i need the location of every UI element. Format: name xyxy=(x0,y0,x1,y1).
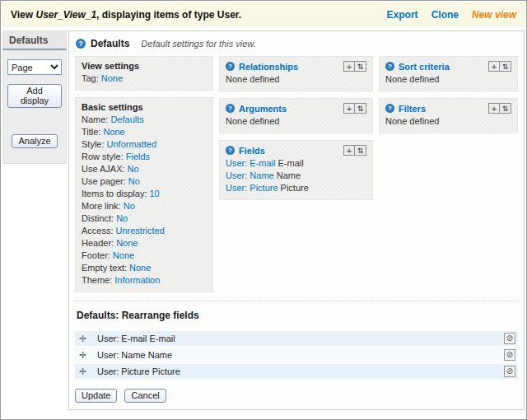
help-icon[interactable]: ? xyxy=(385,62,394,71)
setting-label: Tag: xyxy=(82,73,99,83)
help-icon[interactable]: ? xyxy=(226,104,235,113)
new-view-link[interactable]: New view xyxy=(472,9,516,21)
setting-value-link[interactable]: No xyxy=(124,201,135,211)
rearrange-icon[interactable]: ⇅ xyxy=(355,103,366,114)
setting-value-link[interactable]: None xyxy=(103,127,124,137)
setting-value-link[interactable]: Unformatted xyxy=(107,139,157,149)
field-row: User: NameName xyxy=(226,170,366,182)
setting-label: Theme: xyxy=(82,275,112,285)
add-icon[interactable]: + xyxy=(343,145,355,156)
update-button[interactable]: Update xyxy=(75,389,117,403)
rearrange-icon[interactable]: ⇅ xyxy=(500,103,511,114)
display-type-select[interactable]: Page xyxy=(7,59,62,75)
setting-value-link[interactable]: No xyxy=(116,213,128,223)
content-area: Defaults Page Add display Analyze ? Defa… xyxy=(2,30,525,410)
rearrange-icon[interactable]: ⇅ xyxy=(355,145,366,156)
setting-value-link[interactable]: None xyxy=(113,250,134,260)
setting-label: More link: xyxy=(82,201,121,211)
setting-row: Row style:Fields xyxy=(82,151,207,163)
add-icon[interactable]: + xyxy=(343,61,355,72)
sort-criteria-buttons: + ⇅ xyxy=(488,61,511,72)
settings-grid: View settings Tag:None Basic settings Na… xyxy=(75,56,518,292)
filters-title-link[interactable]: Filters xyxy=(399,104,426,114)
relationships-header: ? Relationships + ⇅ xyxy=(226,61,366,72)
setting-label: Row style: xyxy=(82,152,124,161)
rearrange-row[interactable]: ✛ User: E-mail E-mail ⊘ xyxy=(75,331,518,346)
sort-criteria-header: ? Sort criteria + ⇅ xyxy=(385,61,511,72)
help-icon[interactable]: ? xyxy=(76,39,86,49)
field-link[interactable]: User: E-mail xyxy=(226,158,276,168)
setting-value-link[interactable]: Fields xyxy=(126,152,150,161)
remove-field-icon[interactable]: ⊘ xyxy=(504,333,515,344)
panel-title-row: ? Defaults Default settings for this vie… xyxy=(75,36,518,56)
rearrange-icon[interactable]: ⇅ xyxy=(355,61,366,72)
filters-header: ? Filters + ⇅ xyxy=(385,103,511,114)
setting-value-link[interactable]: None xyxy=(129,263,151,273)
field-suffix: Name xyxy=(277,170,301,180)
setting-value-link[interactable]: Information xyxy=(114,275,160,285)
setting-value-link[interactable]: Defaults xyxy=(110,114,143,124)
relationships-title-link[interactable]: Relationships xyxy=(239,62,298,72)
setting-row: Tag:None xyxy=(82,72,207,85)
rearrange-row-label: User: E-mail E-mail xyxy=(97,334,175,343)
drag-handle-icon[interactable]: ✛ xyxy=(79,334,97,344)
add-icon[interactable]: + xyxy=(488,103,500,114)
arguments-header: ? Arguments + ⇅ xyxy=(226,103,366,114)
empty-text: None defined xyxy=(385,73,511,86)
fields-header: ? Fields + ⇅ xyxy=(226,145,366,156)
cancel-button[interactable]: Cancel xyxy=(124,389,166,403)
add-icon[interactable]: + xyxy=(488,61,500,72)
clone-link[interactable]: Clone xyxy=(431,9,459,21)
help-icon[interactable]: ? xyxy=(226,62,235,71)
setting-value-link[interactable]: No xyxy=(128,164,139,174)
setting-value-link[interactable]: None xyxy=(116,238,138,248)
display-controls: Page Add display Analyze xyxy=(2,50,67,164)
tab-defaults[interactable]: Defaults xyxy=(2,30,67,50)
relationships-box: ? Relationships + ⇅ None defined xyxy=(219,56,373,91)
drag-handle-icon[interactable]: ✛ xyxy=(79,366,97,377)
empty-text: None defined xyxy=(226,73,366,86)
view-header: View User_View_1, displaying items of ty… xyxy=(2,2,525,26)
setting-row: Title:None xyxy=(82,126,207,138)
remove-field-icon[interactable]: ⊘ xyxy=(504,349,515,361)
export-link[interactable]: Export xyxy=(387,9,418,21)
setting-value-link[interactable]: Unrestricted xyxy=(116,226,165,236)
setting-row: Name:Defaults xyxy=(82,114,207,126)
settings-column-1: View settings Tag:None Basic settings Na… xyxy=(75,56,213,292)
view-settings-header: View settings xyxy=(82,61,207,71)
field-link[interactable]: User: Picture xyxy=(226,183,278,193)
setting-row: Items to display:10 xyxy=(82,188,207,200)
setting-value-link[interactable]: 10 xyxy=(149,189,159,198)
empty-text: None defined xyxy=(226,115,366,128)
arguments-title-link[interactable]: Arguments xyxy=(239,104,287,114)
add-display-button[interactable]: Add display xyxy=(7,84,62,108)
fields-buttons: + ⇅ xyxy=(343,145,366,156)
setting-label: Style: xyxy=(82,139,105,149)
rearrange-title: Defaults: Rearrange fields xyxy=(75,301,518,331)
display-settings-panel: ? Defaults Default settings for this vie… xyxy=(68,30,525,410)
add-icon[interactable]: + xyxy=(343,103,355,114)
setting-value-link[interactable]: No xyxy=(128,176,140,186)
drag-handle-icon[interactable]: ✛ xyxy=(79,350,97,361)
view-title-suffix: , displaying items of type User. xyxy=(96,9,241,21)
setting-row: More link:No xyxy=(82,200,207,212)
rearrange-row[interactable]: ✛ User: Name Name ⊘ xyxy=(75,348,518,362)
rearrange-row[interactable]: ✛ User: Picture Picture ⊘ xyxy=(75,364,518,379)
help-icon[interactable]: ? xyxy=(226,146,235,155)
rearrange-icon[interactable]: ⇅ xyxy=(500,61,511,72)
sort-criteria-title-link[interactable]: Sort criteria xyxy=(399,62,450,72)
analyze-button[interactable]: Analyze xyxy=(12,134,57,148)
remove-field-icon[interactable]: ⊘ xyxy=(504,366,515,377)
field-link[interactable]: User: Name xyxy=(226,170,274,180)
relationships-buttons: + ⇅ xyxy=(343,61,366,72)
setting-value-link[interactable]: None xyxy=(101,73,123,83)
fields-title-link[interactable]: Fields xyxy=(239,146,265,156)
basic-settings-box: Basic settings Name:Defaults Title:None … xyxy=(75,97,213,292)
filters-box: ? Filters + ⇅ None defined xyxy=(379,98,518,133)
displays-sidebar: Defaults Page Add display Analyze xyxy=(2,30,67,164)
help-icon[interactable]: ? xyxy=(385,104,394,113)
setting-label: Use AJAX: xyxy=(82,164,125,174)
setting-row: Theme:Information xyxy=(82,274,207,287)
setting-label: Empty text: xyxy=(82,263,127,273)
view-title-prefix: View xyxy=(11,9,33,21)
